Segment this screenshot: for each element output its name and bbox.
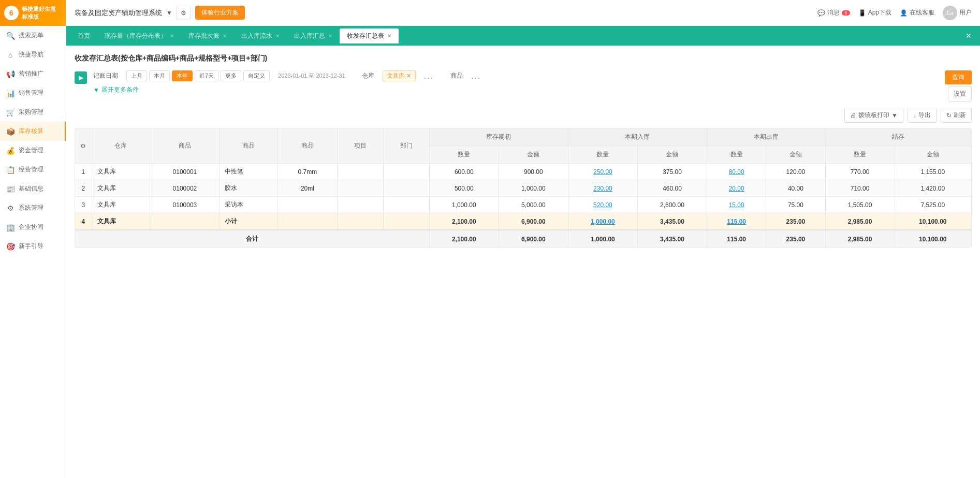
tab-inventory-dist[interactable]: 现存量（库存分布表） ✕ [97, 28, 181, 44]
refresh-icon: ↻ [946, 112, 952, 119]
sidebar-item-basic-info[interactable]: 📰 基础信息 [0, 179, 66, 198]
table-cell: 文具库 [92, 213, 150, 230]
table-cell: 胶水 [220, 180, 278, 197]
guide-icon: 🎯 [6, 242, 14, 251]
sidebar-item-finance[interactable]: 💰 资金管理 [0, 141, 66, 160]
tab-batch-close[interactable]: ✕ [223, 33, 227, 39]
table-cell[interactable]: 115.00 [707, 213, 766, 230]
table-cell: 4 [75, 213, 92, 230]
tab-inout-summary-label: 出入库汇总 [294, 32, 325, 40]
operations-icon: 📋 [6, 166, 14, 174]
tab-inout-summary[interactable]: 出入库汇总 ✕ [287, 28, 340, 44]
th-department: 部门 [383, 128, 429, 164]
table-cell: 460.00 [637, 180, 707, 197]
sidebar-item-enterprise[interactable]: 🏢 企业协同 [0, 218, 66, 237]
system-dropdown[interactable]: ▼ [166, 9, 172, 17]
export-icon: ↓ [913, 112, 916, 119]
tab-inout-summary-close[interactable]: ✕ [328, 33, 332, 39]
tab-inout-flow-label: 出入库流水 [241, 32, 272, 40]
table-cell [278, 213, 337, 230]
print-button[interactable]: 🖨 拨镜板打印 ▼ [844, 108, 903, 123]
sidebar-item-inventory[interactable]: 📦 库存核算 [0, 122, 66, 141]
date-btn-this-month[interactable]: 本月 [149, 70, 170, 81]
tab-receive-summary-label: 收发存汇总表 [347, 32, 384, 40]
sidebar-item-marketing[interactable]: 📢 营销推广 [0, 64, 66, 83]
table-cell[interactable]: 80.00 [707, 164, 766, 180]
warehouse-filter-dots[interactable]: ... [424, 71, 434, 81]
expand-arrow-icon: ▼ [93, 86, 99, 94]
table-cell: 1,155.00 [895, 164, 971, 180]
table-cell[interactable]: 520.00 [568, 197, 637, 213]
table-settings-button[interactable]: 设置 [948, 86, 972, 102]
table-cell[interactable]: 20.00 [707, 180, 766, 197]
expand-label: 展开更多条件 [101, 85, 139, 94]
tab-inventory-dist-close[interactable]: ✕ [170, 33, 174, 39]
tab-batch[interactable]: 库存批次账 ✕ [181, 28, 234, 44]
message-icon: 💬 [817, 9, 825, 17]
sidebar-item-sales[interactable]: 📊 销售管理 [0, 83, 66, 103]
content-area: 收发存汇总表(按仓库+商品编码+商品+规格型号+项目+部门) ▶ 记账日期 上月… [66, 46, 980, 478]
tab-bar: 首页 现存量（库存分布表） ✕ 库存批次账 ✕ 出入库流水 ✕ 出入库汇总 ✕ … [66, 26, 980, 46]
table-cell[interactable]: 250.00 [568, 164, 637, 180]
th-opening-amt: 金额 [499, 146, 568, 164]
tab-receive-summary-close[interactable]: ✕ [387, 33, 391, 39]
tab-receive-summary[interactable]: 收发存汇总表 ✕ [340, 28, 399, 44]
table-cell: 1,420.00 [895, 180, 971, 197]
table-cell: 1,000.00 [499, 180, 568, 197]
close-all-tabs[interactable]: ✕ [961, 30, 976, 42]
app-download-label: App下载 [868, 8, 891, 17]
header-right: 💬 消息 6 📱 App下载 👤 在线客服 Ea 用户 [817, 6, 972, 20]
date-btn-this-year[interactable]: 本年 [172, 70, 193, 81]
settings-button[interactable]: ⚙ [177, 6, 191, 20]
date-btn-more[interactable]: 更多 [221, 70, 241, 81]
table-cell: 710.00 [825, 180, 895, 197]
sidebar-item-guide[interactable]: 🎯 新手引导 [0, 237, 66, 256]
sidebar-item-quick-nav[interactable]: ⌂ 快捷导航 [0, 45, 66, 64]
sidebar-item-search[interactable]: 🔍 搜索菜单 [0, 26, 66, 45]
print-dropdown-icon: ▼ [891, 112, 898, 119]
filter-collapse-button[interactable]: ▶ [75, 71, 87, 84]
trial-button[interactable]: 体验行业方案 [195, 6, 245, 20]
tab-inout-flow-close[interactable]: ✕ [275, 33, 280, 39]
table-cell: 小计 [220, 213, 278, 230]
logo-icon: 6 [4, 6, 19, 20]
table-cell: 中性笔 [220, 164, 278, 180]
tab-inout-flow[interactable]: 出入库流水 ✕ [234, 28, 287, 44]
filter-area: 记账日期 上月 本月 本年 近7天 更多 自定义 2023-01-01 至 20… [93, 70, 939, 94]
table-cell: 6,900.00 [499, 213, 568, 230]
message-action[interactable]: 💬 消息 6 [817, 8, 850, 17]
online-service-action[interactable]: 👤 在线客服 [900, 8, 934, 17]
table-cell[interactable]: 15.00 [707, 197, 766, 213]
expand-conditions-button[interactable]: ▼ 展开更多条件 [93, 85, 939, 94]
table-cell[interactable]: 1,000.00 [568, 213, 637, 230]
footer-label: 合计 [75, 230, 429, 248]
app-download-action[interactable]: 📱 App下载 [858, 8, 891, 17]
product-filter-dots[interactable]: ... [471, 71, 481, 81]
table-cell: 3 [75, 197, 92, 213]
sidebar-item-label: 新手引导 [19, 242, 43, 251]
date-btn-7days[interactable]: 近7天 [195, 70, 218, 81]
th-balance-amt: 金额 [895, 146, 971, 164]
query-button[interactable]: 查询 [945, 70, 972, 84]
table-cell [383, 164, 429, 180]
user-action[interactable]: Ea 用户 [943, 6, 972, 20]
sidebar-item-purchase[interactable]: 🛒 采购管理 [0, 103, 66, 122]
header-left: 装备及固定资产辅助管理系统 ▼ ⚙ 体验行业方案 [75, 6, 245, 20]
warehouse-tag-close[interactable]: ✕ [406, 73, 411, 79]
sidebar-item-label: 销售管理 [19, 89, 43, 97]
th-in-qty: 数量 [568, 146, 637, 164]
export-button[interactable]: ↓ 导出 [908, 108, 937, 123]
sidebar-item-system[interactable]: ⚙ 系统管理 [0, 198, 66, 218]
system-title: 装备及固定资产辅助管理系统 [75, 8, 162, 18]
date-btn-last-month[interactable]: 上月 [126, 70, 147, 81]
footer-out-qty: 115.00 [707, 230, 766, 248]
sidebar-item-operations[interactable]: 📋 经营管理 [0, 160, 66, 179]
th-out-qty: 数量 [707, 146, 766, 164]
date-btn-custom[interactable]: 自定义 [243, 70, 270, 81]
refresh-button[interactable]: ↻ 刷新 [941, 108, 972, 123]
tab-home[interactable]: 首页 [70, 28, 97, 44]
th-product-name: 商品 [220, 128, 278, 164]
table-row: 4文具库小计2,100.006,900.001,000.003,435.0011… [75, 213, 971, 230]
table-cell[interactable]: 230.00 [568, 180, 637, 197]
table-cell: 1 [75, 164, 92, 180]
